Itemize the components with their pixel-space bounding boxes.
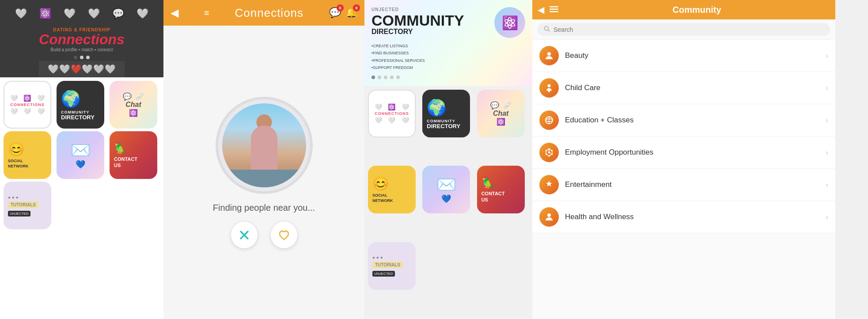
search-input-container[interactable] [538, 23, 830, 36]
atom-icon: ⚛️ [39, 8, 51, 19]
beauty-chevron: › [826, 51, 828, 61]
envelope-icon: ✉️ [71, 141, 91, 160]
tile-contact-2[interactable]: 🦜 CONTACTUS [477, 166, 525, 213]
header-menu-icon[interactable]: ≡ [204, 8, 209, 18]
tile-social[interactable]: 😊 SOCIALNETWORK [4, 131, 51, 179]
bandage-2: 🩹 [503, 101, 512, 110]
tile-directory-2[interactable]: 🌍 COMMUNITY DIRECTORY [422, 90, 470, 137]
dot-2 [80, 56, 83, 59]
dots-row [39, 56, 125, 59]
heart-b2: 🤍 [59, 64, 70, 74]
tile-social-2[interactable]: 😊 SOCIALNETWORK [368, 166, 416, 213]
social-emoji: 😊 [8, 141, 24, 157]
employment-label: Employment Opportunities [565, 148, 819, 157]
social-label-2: SOCIALNETWORK [372, 193, 393, 203]
far-right-header: ◀ Community [532, 0, 835, 19]
menu-item-health[interactable]: Health and Wellness › [532, 201, 835, 233]
chat-label-2: Chat [493, 110, 509, 118]
notification-button[interactable]: 🔔 0 [345, 7, 357, 19]
back-button[interactable]: ◀ [171, 7, 178, 19]
comm-bullets-block: •CREATE LISTINGS •FIND BUSINESSES •PROFE… [371, 42, 525, 71]
cb-icon-1: 🤍 [10, 108, 18, 115]
heart-icon-4: 🤍 [136, 8, 148, 19]
entertainment-label: Entertainment [565, 180, 819, 189]
like-button[interactable] [271, 222, 297, 248]
heart-b1: 🤍 [48, 64, 59, 74]
far-right-panel: ◀ Community [532, 0, 835, 319]
svg-point-16 [549, 152, 550, 153]
message-badge: 0 [337, 4, 344, 11]
childcare-label: Child Care [565, 84, 819, 92]
search-input[interactable] [553, 26, 824, 33]
comm-left: UNJECTED COMMUNITY DIRECTORY [371, 7, 464, 36]
cb-icon-2: 🤍 [23, 108, 31, 115]
c-icon-3: 🤍 [37, 95, 45, 102]
health-icon [539, 207, 559, 227]
svg-point-17 [546, 150, 547, 151]
menu-item-entertainment[interactable]: Entertainment › [532, 169, 835, 201]
community-banner: UNJECTED COMMUNITY DIRECTORY ⚛️ •CREATE … [364, 0, 532, 86]
comm-dot-1 [371, 76, 375, 79]
employment-chevron: › [826, 148, 828, 157]
menu-item-beauty[interactable]: Beauty › [532, 40, 835, 72]
fr-menu-icon[interactable] [550, 5, 558, 15]
svg-rect-2 [550, 6, 558, 8]
menu-item-childcare[interactable]: Child Care › [532, 72, 835, 104]
world-icon: 🌍 [61, 90, 81, 108]
tile-tutorials-2[interactable]: ● ● ● TUTORIALS UNJECTED [368, 242, 416, 290]
svg-rect-3 [550, 8, 558, 10]
education-chevron: › [826, 116, 828, 125]
c2-top-icons: 🤍 ⚛️ 🤍 [369, 102, 415, 110]
tile-connections-2[interactable]: 🤍 ⚛️ 🤍 CONNECTIONS 🤍 🤍 🤍 [368, 90, 416, 137]
banner-title: Connections [39, 32, 125, 46]
chat-icons-2: 💬 🩹 [490, 101, 512, 110]
tile-connections[interactable]: 🤍 ⚛️ 🤍 CONNECTIONS 🤍 🤍 🤍 [4, 81, 51, 129]
fr-back-button[interactable]: ◀ [538, 4, 544, 15]
heart-icon-1: 🤍 [15, 8, 27, 19]
c-icon-1: 🤍 [10, 95, 18, 102]
dislike-button[interactable] [231, 222, 258, 248]
comm-atom-icon: ⚛️ [502, 15, 518, 30]
education-icon [539, 110, 559, 130]
banner-tagline: Build a profile • match • connect [39, 47, 125, 52]
entertainment-chevron: › [826, 180, 828, 190]
message-button[interactable]: 💬 0 [329, 7, 341, 19]
chat-label: Chat [125, 101, 141, 109]
dot-1 [74, 56, 77, 59]
connections-label: CONNECTIONS [10, 103, 45, 107]
dir-text1-2: COMMUNITY [427, 119, 455, 123]
notification-badge: 0 [353, 4, 360, 11]
comm-dot-5 [396, 76, 400, 79]
tile-directory[interactable]: 🌍 COMMUNITY DIRECTORY [57, 81, 104, 129]
tile-federation[interactable]: ✉️ 💙 [57, 131, 104, 179]
menu-item-education[interactable]: Education + Classes › [532, 104, 835, 137]
c2-icon-1: 🤍 [375, 103, 382, 110]
heart-icon-fed: 💙 [76, 160, 85, 169]
menu-item-employment[interactable]: Employment Opportunities › [532, 137, 835, 169]
envelope-2: ✉️ [436, 175, 456, 194]
connections-bottom-icons: 🤍 🤍 🤍 [4, 108, 50, 117]
comm-icon-circle: ⚛️ [494, 7, 525, 38]
comm-top-row: UNJECTED COMMUNITY DIRECTORY ⚛️ [371, 7, 525, 38]
c2b-1: 🤍 [375, 117, 382, 124]
svg-point-18 [552, 150, 553, 151]
health-label: Health and Wellness [565, 213, 819, 221]
tile-chat-2[interactable]: 💬 🩹 Chat ⚛️ [477, 90, 525, 137]
tile-chat[interactable]: 💬 🩹 Chat ⚛️ [110, 81, 157, 129]
tile-federation-2[interactable]: ✉️ 💙 [422, 166, 470, 213]
svg-point-20 [552, 154, 553, 155]
bird-2: 🦜 [481, 176, 495, 189]
right-mid-panel: UNJECTED COMMUNITY DIRECTORY ⚛️ •CREATE … [364, 0, 532, 319]
fr-header-title: Community [564, 5, 830, 15]
profile-image [222, 103, 306, 187]
heart-b3: ❤️ [71, 64, 82, 74]
tut-label-2: TUTORIALS [372, 262, 403, 268]
matching-area: Finding people near you... [163, 26, 364, 319]
right-mid-grid: 🤍 ⚛️ 🤍 CONNECTIONS 🤍 🤍 🤍 🌍 COMMUNITY DIR… [364, 86, 532, 319]
atom-icon-chat: ⚛️ [129, 109, 138, 117]
c2-icon-2: ⚛️ [388, 103, 395, 110]
tile-contact[interactable]: 🦜 CONTACTUS [110, 131, 157, 179]
heart-b6: 🤍 [105, 64, 116, 74]
tile-tutorials[interactable]: ● ● ● TUTORIALS UNJECTED [4, 182, 51, 229]
top-banner-icons: 🤍 ⚛️ 🤍 🤍 💬 🤍 [0, 8, 163, 19]
